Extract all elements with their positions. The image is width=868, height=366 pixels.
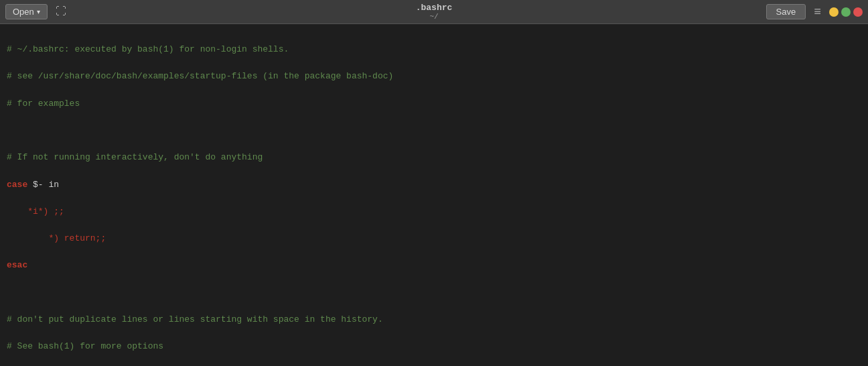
open-arrow-icon: ▾ <box>37 8 40 15</box>
line-4 <box>7 124 861 137</box>
line-11: # don't put duplicate lines or lines sta… <box>7 313 861 326</box>
open-label: Open <box>13 7 34 17</box>
line-7-text: *i*) ;; <box>7 206 64 217</box>
filename-title: .bashrc <box>416 3 453 13</box>
titlebar: Open ▾ ⛶ .bashrc ~/ Save ≡ <box>0 0 868 24</box>
file-path: ~/ <box>416 13 453 21</box>
minimize-button[interactable] <box>829 7 839 17</box>
line-6-rest: $- in <box>27 180 59 190</box>
line-10 <box>7 286 861 300</box>
close-button[interactable] <box>853 7 863 17</box>
keyword-esac: esac <box>7 260 27 270</box>
line-6: case $- in <box>7 178 861 192</box>
open-button[interactable]: Open ▾ <box>5 4 48 19</box>
titlebar-center: .bashrc ~/ <box>416 3 453 21</box>
titlebar-left: Open ▾ ⛶ <box>5 4 70 19</box>
maximize-button[interactable] <box>841 7 851 17</box>
titlebar-right: Save ≡ <box>766 4 863 20</box>
line-3: # for examples <box>7 97 861 111</box>
line-2: # see /usr/share/doc/bash/examples/start… <box>7 70 861 83</box>
keyword-case: case <box>7 180 27 190</box>
save-button[interactable]: Save <box>766 4 806 19</box>
line-9: esac <box>7 259 861 272</box>
line-12: # See bash(1) for more options <box>7 340 861 353</box>
window-controls <box>829 7 863 17</box>
file-icon[interactable]: ⛶ <box>52 4 70 19</box>
menu-icon[interactable]: ≡ <box>810 4 825 20</box>
editor-area[interactable]: # ~/.bashrc: executed by bash(1) for non… <box>0 24 868 366</box>
line-8: *) return;; <box>7 232 861 245</box>
line-1: # ~/.bashrc: executed by bash(1) for non… <box>7 43 861 56</box>
line-5: # If not running interactively, don't do… <box>7 151 861 164</box>
line-7: *i*) ;; <box>7 205 861 219</box>
line-8-text: *) return;; <box>7 233 106 243</box>
